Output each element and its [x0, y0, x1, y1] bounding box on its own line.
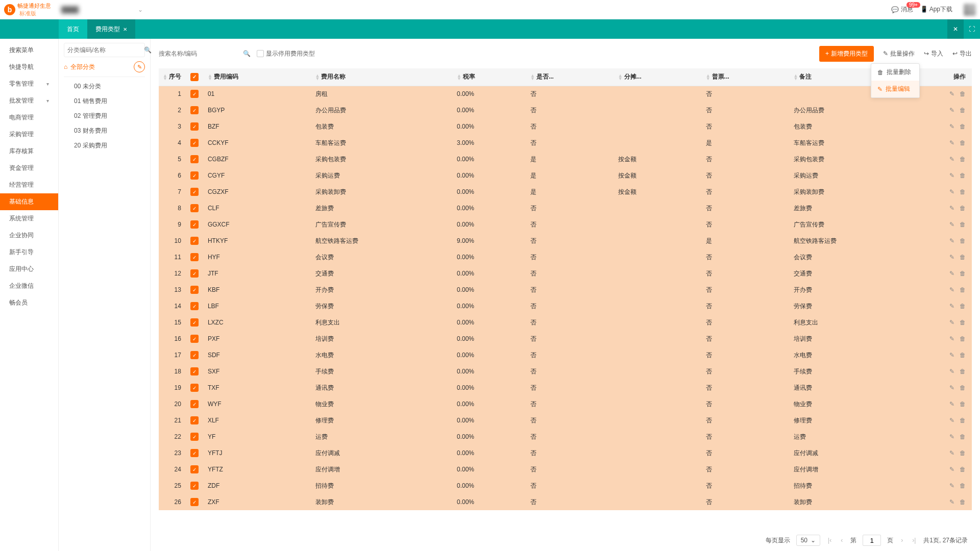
sidebar-item[interactable]: 应用中心	[0, 261, 58, 278]
column-header[interactable]: ▲▼序号	[159, 68, 185, 86]
sidebar-item[interactable]: 采购管理	[0, 126, 58, 143]
delete-row-icon[interactable]: 🗑	[960, 172, 966, 179]
edit-row-icon[interactable]: ✎	[949, 449, 954, 457]
cell-checkbox[interactable]	[185, 118, 204, 135]
sidebar-item[interactable]: 企业协同	[0, 227, 58, 244]
table-row[interactable]: 12JTF交通费0.00%否否交通费✎🗑	[159, 265, 972, 282]
delete-row-icon[interactable]: 🗑	[960, 417, 966, 424]
delete-row-icon[interactable]: 🗑	[960, 303, 966, 310]
delete-row-icon[interactable]: 🗑	[960, 254, 966, 261]
delete-row-icon[interactable]: 🗑	[960, 352, 966, 359]
page-input[interactable]	[863, 535, 881, 546]
table-row[interactable]: 21XLF修理费0.00%否否修理费✎🗑	[159, 412, 972, 429]
column-header[interactable]: ▲▼是否...	[526, 68, 614, 86]
last-page-button[interactable]: ›|	[911, 537, 917, 544]
table-row[interactable]: 20WYF物业费0.00%否否物业费✎🗑	[159, 396, 972, 412]
first-page-button[interactable]: |‹	[826, 537, 833, 544]
batch-delete-item[interactable]: 🗑 批量删除	[871, 64, 919, 81]
cell-checkbox[interactable]	[185, 363, 204, 380]
delete-row-icon[interactable]: 🗑	[960, 319, 966, 326]
delete-row-icon[interactable]: 🗑	[960, 188, 966, 195]
column-header[interactable]: ▲▼普票...	[702, 68, 790, 86]
edit-row-icon[interactable]: ✎	[949, 335, 954, 342]
column-header[interactable]: ▲▼分摊...	[614, 68, 702, 86]
table-row[interactable]: 16PXF培训费0.00%否否培训费✎🗑	[159, 331, 972, 347]
cell-checkbox[interactable]	[185, 167, 204, 184]
edit-row-icon[interactable]: ✎	[949, 254, 954, 261]
edit-row-icon[interactable]: ✎	[949, 303, 954, 310]
tree-node[interactable]: 01 销售费用	[59, 94, 150, 109]
edit-categories-icon[interactable]: ✎	[134, 61, 145, 72]
show-disabled-checkbox[interactable]: 显示停用费用类型	[257, 49, 315, 58]
edit-row-icon[interactable]: ✎	[949, 156, 954, 163]
table-row[interactable]: 25ZDF招待费0.00%否否招待费✎🗑	[159, 478, 972, 494]
delete-row-icon[interactable]: 🗑	[960, 237, 966, 244]
cell-checkbox[interactable]	[185, 216, 204, 233]
cell-checkbox[interactable]	[185, 494, 204, 510]
messages-link[interactable]: 💬 消息 99+	[891, 5, 913, 14]
edit-row-icon[interactable]: ✎	[949, 221, 954, 228]
delete-row-icon[interactable]: 🗑	[960, 368, 966, 375]
delete-row-icon[interactable]: 🗑	[960, 466, 966, 473]
batch-edit-item[interactable]: ✎ 批量编辑	[871, 81, 919, 97]
edit-row-icon[interactable]: ✎	[949, 466, 954, 473]
table-row[interactable]: 7CGZXF采购装卸费0.00%是按金额否采购装卸费✎🗑	[159, 184, 972, 200]
sidebar-item[interactable]: 电商管理	[0, 109, 58, 126]
tab-fee-type[interactable]: 费用类型 ✕	[87, 19, 135, 39]
table-row[interactable]: 10HTKYF航空铁路客运费9.00%否是航空铁路客运费✎🗑	[159, 233, 972, 249]
cell-checkbox[interactable]	[185, 347, 204, 363]
table-row[interactable]: 24YFTZ应付调增0.00%否否应付调增✎🗑	[159, 461, 972, 478]
sidebar-item[interactable]: 批发管理▾	[0, 92, 58, 109]
edit-row-icon[interactable]: ✎	[949, 237, 954, 244]
tree-node[interactable]: 02 管理费用	[59, 109, 150, 123]
sidebar-item[interactable]: 基础信息	[0, 193, 58, 210]
column-header[interactable]: ▲▼费用编码	[204, 68, 311, 86]
edit-row-icon[interactable]: ✎	[949, 139, 954, 146]
edit-row-icon[interactable]: ✎	[949, 482, 954, 489]
table-row[interactable]: 9GGXCF广告宣传费0.00%否否广告宣传费✎🗑	[159, 216, 972, 233]
search-icon[interactable]: 🔍	[243, 50, 251, 57]
cell-checkbox[interactable]	[185, 396, 204, 412]
column-header[interactable]	[185, 68, 204, 86]
edit-row-icon[interactable]: ✎	[949, 368, 954, 375]
cell-checkbox[interactable]	[185, 478, 204, 494]
sidebar-item[interactable]: 畅会员	[0, 294, 58, 311]
edit-row-icon[interactable]: ✎	[949, 270, 954, 277]
column-header[interactable]: 操作	[931, 68, 972, 86]
close-tab-icon[interactable]: ✕	[123, 27, 127, 32]
edit-row-icon[interactable]: ✎	[949, 417, 954, 424]
edit-row-icon[interactable]: ✎	[949, 400, 954, 408]
export-button[interactable]: ↩ 导出	[952, 49, 972, 58]
avatar[interactable]	[964, 4, 976, 16]
delete-row-icon[interactable]: 🗑	[960, 107, 966, 114]
edit-row-icon[interactable]: ✎	[949, 319, 954, 326]
table-row[interactable]: 26ZXF装卸费0.00%否否装卸费✎🗑	[159, 494, 972, 510]
delete-row-icon[interactable]: 🗑	[960, 400, 966, 408]
sidebar-item[interactable]: 库存核算	[0, 143, 58, 160]
sidebar-item[interactable]: 资金管理	[0, 160, 58, 177]
table-row[interactable]: 4CCKYF车船客运费3.00%否是车船客运费✎🗑	[159, 135, 972, 151]
tab-home[interactable]: 首页	[59, 19, 87, 39]
next-page-button[interactable]: ›	[899, 537, 904, 544]
cell-checkbox[interactable]	[185, 412, 204, 429]
table-row[interactable]: 15LXZC利息支出0.00%否否利息支出✎🗑	[159, 314, 972, 331]
delete-row-icon[interactable]: 🗑	[960, 482, 966, 489]
select-all-checkbox[interactable]	[190, 73, 199, 81]
delete-row-icon[interactable]: 🗑	[960, 384, 966, 391]
delete-row-icon[interactable]: 🗑	[960, 286, 966, 293]
cell-checkbox[interactable]	[185, 200, 204, 216]
cell-checkbox[interactable]	[185, 461, 204, 478]
tree-all-categories[interactable]: ⌂ 全部分类 ✎	[64, 61, 145, 77]
table-row[interactable]: 6CGYF采购运费0.00%是按金额否采购运费✎🗑	[159, 167, 972, 184]
delete-row-icon[interactable]: 🗑	[960, 335, 966, 342]
content-search[interactable]: 🔍	[159, 50, 251, 58]
table-row[interactable]: 22YF运费0.00%否否运费✎🗑	[159, 429, 972, 445]
edit-row-icon[interactable]: ✎	[949, 286, 954, 293]
sidebar-item[interactable]: 快捷导航	[0, 59, 58, 76]
batch-button[interactable]: ✎ 批量操作	[883, 49, 915, 58]
sidebar-item[interactable]: 搜索菜单	[0, 42, 58, 59]
page-size-select[interactable]: 50 ⌄	[796, 535, 820, 546]
cell-checkbox[interactable]	[185, 265, 204, 282]
cell-checkbox[interactable]	[185, 298, 204, 314]
tree-node[interactable]: 03 财务费用	[59, 123, 150, 138]
